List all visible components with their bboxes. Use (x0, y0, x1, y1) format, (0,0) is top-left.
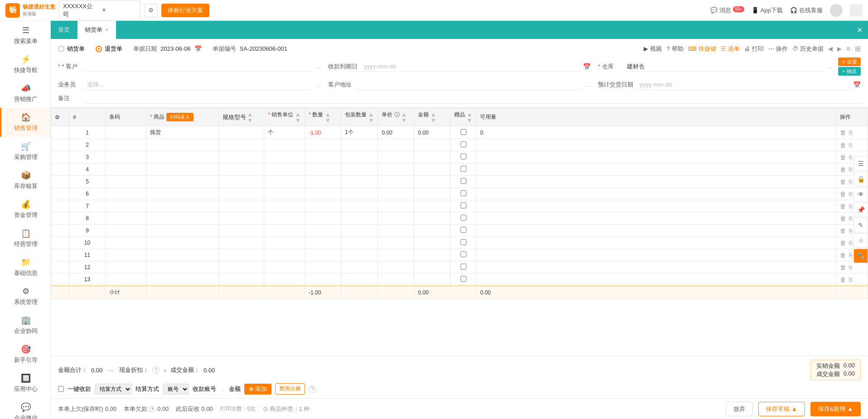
cell-price-6[interactable] (378, 200, 414, 212)
user-menu-icon[interactable] (850, 4, 863, 17)
cell-pack-6[interactable] (341, 200, 378, 212)
payment-due-input[interactable] (361, 61, 580, 72)
copy-icon-12[interactable]: ⎘ (849, 276, 853, 283)
copy-icon-4[interactable]: ⎘ (849, 178, 853, 185)
sidebar-item-finance[interactable]: 💰 资金管理 (0, 195, 50, 224)
cell-gift-8[interactable] (451, 225, 476, 237)
grid-view-icon[interactable]: ⊞ (855, 44, 861, 53)
payment-method-select[interactable]: 结算方式 (95, 384, 132, 395)
cell-gift-11[interactable] (451, 261, 476, 274)
cell-pack-4[interactable] (341, 176, 378, 188)
cell-qty-4[interactable] (305, 176, 341, 188)
discard-button[interactable]: 放弃 (726, 402, 753, 416)
cell-qty-1[interactable] (305, 139, 341, 151)
copy-icon-2[interactable]: ⎘ (849, 154, 853, 161)
tab-bar-right[interactable]: ✕ (857, 21, 868, 39)
cell-amount-8[interactable] (414, 225, 451, 237)
sidebar-item-marketing[interactable]: 📣 营销推广 (0, 79, 50, 108)
cell-qty-9[interactable] (305, 237, 341, 249)
cell-amount-5[interactable] (414, 188, 451, 200)
cell-product-8[interactable] (146, 225, 219, 237)
cell-pack-5[interactable] (341, 188, 378, 200)
gift-checkbox-2[interactable] (461, 154, 466, 159)
cell-unit-2[interactable] (264, 151, 305, 164)
cell-gift-0[interactable] (451, 126, 476, 139)
expected-delivery-input[interactable] (637, 79, 849, 90)
delete-icon-6[interactable]: 🗑 (840, 203, 846, 210)
payment-due-calendar-icon[interactable]: 📅 (583, 63, 591, 70)
save-draft-button[interactable]: 保存草稿 ▲ (758, 402, 805, 416)
sidebar-item-search[interactable]: ☰ 搜索菜单 (0, 21, 50, 50)
float-tool-orange[interactable]: 🔧 (853, 249, 868, 263)
scan-button[interactable]: 扫码录入 (166, 113, 194, 121)
cell-barcode-11[interactable] (106, 261, 146, 274)
cell-pack-2[interactable] (341, 151, 378, 164)
cell-price-12[interactable] (378, 274, 414, 286)
online-service-button[interactable]: 🎧 在线客服 (790, 6, 823, 14)
cell-price-11[interactable] (378, 261, 414, 274)
cell-qty-8[interactable] (305, 225, 341, 237)
cell-qty-6[interactable] (305, 200, 341, 212)
help-button[interactable]: ? 帮助 (666, 45, 683, 53)
cell-barcode-0[interactable] (106, 126, 146, 139)
list-view-icon[interactable]: ≡ (846, 45, 850, 53)
cell-barcode-8[interactable] (106, 225, 146, 237)
cell-product-6[interactable] (146, 200, 219, 212)
cell-pack-1[interactable] (341, 139, 378, 151)
customer-more-icon[interactable]: ... (315, 63, 320, 71)
delete-icon-12[interactable]: 🗑 (840, 276, 846, 283)
cell-pack-11[interactable] (341, 261, 378, 274)
sidebar-item-enterprise[interactable]: 🏢 企业协同 (0, 311, 50, 340)
gift-checkbox-0[interactable] (461, 129, 466, 135)
cell-gift-5[interactable] (451, 188, 476, 200)
cell-unit-8[interactable] (264, 225, 305, 237)
shortcuts-button[interactable]: ⌨ 快捷键 (688, 45, 716, 53)
float-tool-3[interactable]: 👁 (853, 187, 868, 202)
cell-gift-7[interactable] (451, 212, 476, 225)
warehouse-input[interactable] (624, 61, 823, 72)
cell-unit-10[interactable] (264, 249, 305, 261)
tab-sales-order[interactable]: 销货单 × (78, 21, 116, 39)
delete-icon-2[interactable]: 🗑 (840, 154, 846, 161)
cell-gift-1[interactable] (451, 139, 476, 151)
cell-amount-3[interactable] (414, 164, 451, 176)
cell-spec-9[interactable] (219, 237, 264, 249)
cell-price-2[interactable] (378, 151, 414, 164)
delete-icon-3[interactable]: 🗑 (840, 166, 846, 173)
cell-unit-7[interactable] (264, 212, 305, 225)
delete-icon-10[interactable]: 🗑 (840, 252, 846, 259)
cell-gift-4[interactable] (451, 176, 476, 188)
customer-addr-input[interactable] (355, 79, 581, 90)
cell-pack-7[interactable] (341, 212, 378, 225)
copy-icon-1[interactable]: ⎘ (849, 142, 853, 149)
cell-barcode-3[interactable] (106, 164, 146, 176)
cell-unit-11[interactable] (264, 261, 305, 274)
cell-qty-12[interactable] (305, 274, 341, 286)
cell-amount-2[interactable] (414, 151, 451, 164)
cell-unit-3[interactable] (264, 164, 305, 176)
cell-price-1[interactable] (378, 139, 414, 151)
cell-spec-10[interactable] (219, 249, 264, 261)
cell-amount-6[interactable] (414, 200, 451, 212)
cell-spec-5[interactable] (219, 188, 264, 200)
help-circle-icon[interactable]: ? (152, 366, 160, 374)
cell-gift-9[interactable] (451, 237, 476, 249)
cell-qty-7[interactable] (305, 212, 341, 225)
cell-barcode-2[interactable] (106, 151, 146, 164)
cell-unit-9[interactable] (264, 237, 305, 249)
logistics-button[interactable]: + 物流 (838, 67, 861, 76)
float-tool-5[interactable]: ✎ (853, 218, 868, 232)
cell-amount-11[interactable] (414, 261, 451, 274)
next-record-icon[interactable]: ▶ (837, 45, 842, 52)
cell-price-4[interactable] (378, 176, 414, 188)
gift-checkbox-7[interactable] (461, 215, 466, 221)
sidebar-item-purchase[interactable]: 🛒 采购管理 (0, 137, 50, 166)
cell-price-3[interactable] (378, 164, 414, 176)
cell-gift-2[interactable] (451, 151, 476, 164)
ops-button[interactable]: ⋯ 操作 (768, 45, 788, 53)
message-button[interactable]: 💬 消息 99+ (710, 6, 744, 14)
cell-spec-2[interactable] (219, 151, 264, 164)
company-settings-button[interactable]: ⚙ (144, 4, 158, 17)
sidebar-item-sales[interactable]: 🏠 销售管理 (0, 108, 50, 137)
copy-icon-10[interactable]: ⎘ (849, 252, 853, 259)
